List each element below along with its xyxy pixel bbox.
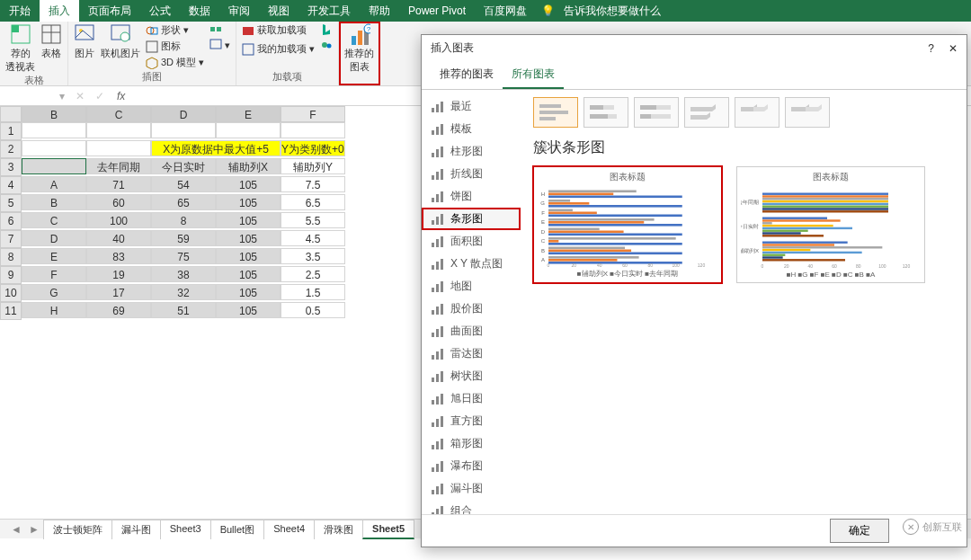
tab-powerpivot[interactable]: Power Pivot bbox=[399, 0, 475, 22]
category-icon bbox=[431, 393, 443, 405]
close-icon[interactable]: ✕ bbox=[949, 42, 958, 55]
col-header[interactable]: D bbox=[151, 106, 216, 122]
people-button[interactable] bbox=[320, 41, 333, 54]
svg-rect-1 bbox=[12, 25, 19, 32]
chart-category-item[interactable]: 面积图 bbox=[422, 230, 521, 253]
tab-data[interactable]: 数据 bbox=[180, 0, 219, 22]
col-header[interactable]: C bbox=[86, 106, 151, 122]
svg-text:A: A bbox=[541, 257, 545, 262]
pivot-table-button[interactable]: 荐的 透视表 bbox=[5, 23, 35, 74]
sheet-tab[interactable]: Bullet图 bbox=[210, 520, 265, 539]
tab-baidu[interactable]: 百度网盘 bbox=[475, 0, 536, 22]
screenshot-button[interactable]: ▾ bbox=[209, 39, 230, 51]
chart-thumb-1[interactable]: 图表标题 HGFEDCBA020406080100120 ■辅助列X ■今日实时… bbox=[533, 166, 722, 283]
svg-rect-37 bbox=[436, 194, 439, 202]
tell-me[interactable]: 告诉我你想要做什么 bbox=[555, 0, 670, 22]
sheet-nav-next[interactable]: ► bbox=[25, 523, 43, 536]
svg-text:B: B bbox=[541, 248, 545, 253]
tab-formulas[interactable]: 公式 bbox=[140, 0, 180, 22]
svg-rect-61 bbox=[436, 374, 439, 382]
chart-category-item[interactable]: 饼图 bbox=[422, 185, 521, 208]
my-addins-button[interactable]: 我的加载项 ▾ bbox=[242, 42, 315, 56]
sheet-tab[interactable]: Sheet4 bbox=[263, 520, 315, 539]
svg-rect-93 bbox=[548, 191, 637, 193]
svg-rect-81 bbox=[539, 104, 561, 108]
ok-button[interactable]: 确定 bbox=[830, 519, 889, 543]
chart-category-item[interactable]: 箱形图 bbox=[422, 432, 521, 455]
svg-text:F: F bbox=[541, 210, 545, 216]
chart-category-item[interactable]: 漏斗图 bbox=[422, 477, 521, 500]
sheet-tab[interactable]: Sheet3 bbox=[160, 520, 211, 539]
store-icon bbox=[242, 24, 254, 37]
col-header[interactable]: B bbox=[22, 106, 86, 122]
sheet-tab[interactable]: 漏斗图 bbox=[111, 520, 161, 539]
svg-text:D: D bbox=[541, 229, 546, 235]
chart-thumb-2[interactable]: 图表标题 去年同期今日实时辅助列X020406080100120 ■H ■G ■… bbox=[736, 166, 925, 283]
svg-rect-87 bbox=[608, 114, 617, 119]
chart-category-item[interactable]: 旭日图 bbox=[422, 387, 521, 410]
group-label bbox=[344, 84, 374, 85]
recommended-charts-button[interactable]: ? 推荐的 图表 bbox=[344, 23, 374, 74]
sheet-nav-prev[interactable]: ◄ bbox=[7, 523, 25, 536]
tab-dev[interactable]: 开发工具 bbox=[298, 0, 360, 22]
tab-view[interactable]: 视图 bbox=[259, 0, 298, 22]
chart-category-item[interactable]: 组合 bbox=[422, 500, 521, 514]
icons-button[interactable]: 图标 bbox=[146, 40, 181, 53]
3d-model-button[interactable]: 3D 模型 ▾ bbox=[146, 56, 204, 69]
sheet-tab[interactable]: 滑珠图 bbox=[314, 520, 363, 539]
svg-rect-38 bbox=[441, 191, 443, 202]
category-icon bbox=[431, 348, 443, 360]
chart-category-item[interactable]: X Y 散点图 bbox=[422, 253, 521, 275]
table-button[interactable]: 表格 bbox=[40, 23, 62, 60]
chart-category-item[interactable]: 股价图 bbox=[422, 298, 521, 320]
chart-category-item[interactable]: 树状图 bbox=[422, 365, 521, 387]
tab-layout[interactable]: 页面布局 bbox=[79, 0, 140, 22]
svg-rect-101 bbox=[548, 209, 573, 212]
svg-rect-20 bbox=[358, 31, 362, 45]
col-header[interactable]: F bbox=[281, 106, 345, 122]
tab-recommended[interactable]: 推荐的图表 bbox=[431, 61, 503, 89]
col-header[interactable]: E bbox=[216, 106, 281, 122]
subtype-clustered-bar[interactable] bbox=[533, 97, 578, 128]
tab-help[interactable]: 帮助 bbox=[360, 0, 399, 22]
chart-category-item[interactable]: 雷达图 bbox=[422, 342, 521, 365]
thumb-chart-icon: 去年同期今日实时辅助列X020406080100120 bbox=[741, 185, 921, 271]
svg-rect-62 bbox=[441, 371, 443, 382]
subtype-stacked-bar[interactable] bbox=[583, 97, 628, 128]
group-charts-recommended: ? 推荐的 图表 bbox=[339, 22, 380, 85]
svg-rect-84 bbox=[590, 105, 603, 110]
help-icon[interactable]: ? bbox=[928, 42, 934, 55]
chart-category-item[interactable]: 最近 bbox=[422, 95, 521, 118]
chart-category-item[interactable]: 柱形图 bbox=[422, 140, 521, 163]
sheet-tab[interactable]: 波士顿矩阵 bbox=[43, 520, 112, 539]
select-all[interactable] bbox=[0, 106, 22, 122]
tab-insert[interactable]: 插入 bbox=[40, 0, 79, 22]
chart-category-item[interactable]: 条形图 bbox=[422, 208, 521, 230]
chart-category-item[interactable]: 曲面图 bbox=[422, 320, 521, 342]
bing-button[interactable] bbox=[320, 23, 333, 36]
chart-category-item[interactable]: 直方图 bbox=[422, 410, 521, 432]
tab-home[interactable]: 开始 bbox=[0, 0, 40, 22]
svg-rect-102 bbox=[548, 212, 597, 215]
subtype-3d-100-stacked-bar[interactable] bbox=[785, 97, 830, 128]
chart-category-item[interactable]: 地图 bbox=[422, 275, 521, 298]
shapes-button[interactable]: 形状 ▾ bbox=[146, 23, 189, 37]
get-addins-button[interactable]: 获取加载项 bbox=[242, 23, 307, 37]
svg-rect-137 bbox=[762, 206, 888, 208]
chart-category-item[interactable]: 模板 bbox=[422, 118, 521, 140]
svg-text:120: 120 bbox=[698, 262, 706, 268]
online-picture-button[interactable]: 联机图片 bbox=[101, 23, 140, 60]
subtype-3d-clustered-bar[interactable] bbox=[684, 97, 729, 128]
svg-rect-75 bbox=[432, 490, 434, 494]
smartart-button[interactable] bbox=[209, 23, 222, 36]
chart-category-item[interactable]: 瀑布图 bbox=[422, 455, 521, 477]
tab-review[interactable]: 审阅 bbox=[219, 0, 259, 22]
picture-button[interactable]: 图片 bbox=[74, 23, 95, 60]
fx-label[interactable]: fx bbox=[110, 90, 132, 102]
svg-text:0: 0 bbox=[762, 263, 764, 269]
subtype-100-stacked-bar[interactable] bbox=[634, 97, 679, 128]
chart-category-item[interactable]: 折线图 bbox=[422, 163, 521, 185]
sheet-tab[interactable]: Sheet5 bbox=[362, 520, 414, 539]
tab-all-charts[interactable]: 所有图表 bbox=[503, 61, 564, 89]
subtype-3d-stacked-bar[interactable] bbox=[735, 97, 779, 128]
